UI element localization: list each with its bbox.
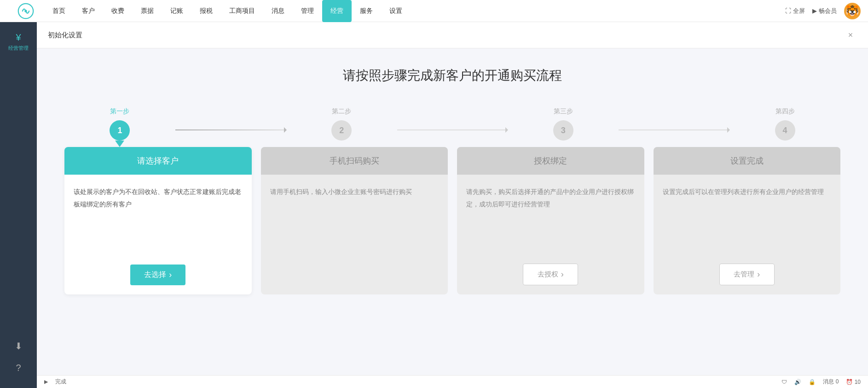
go-select-arrow: › xyxy=(169,270,172,280)
status-play-icon: ▶ xyxy=(44,379,48,385)
avatar[interactable]: 🐯 xyxy=(844,3,861,19)
sidebar-item-management[interactable]: ¥ 经营管理 xyxy=(0,27,37,57)
status-label: 完成 xyxy=(55,378,66,386)
card-1-header: 请选择客户 xyxy=(64,147,252,175)
card-1-footer: 去选择 › xyxy=(64,255,252,294)
wizard-title: 请按照步骤完成新客户的开通购买流程 xyxy=(343,67,562,84)
step-1-label: 第一步 xyxy=(110,107,129,116)
main-content: 初始化设置 × 请按照步骤完成新客户的开通购买流程 第一步 1 xyxy=(37,22,868,388)
step-3-header: 第三步 3 xyxy=(508,107,619,141)
step-card-4: 设置完成 设置完成后可以在管理列表进行所有企业用户的经营管理 去管理 › xyxy=(654,147,841,294)
management-icon: ¥ xyxy=(16,32,21,43)
app-layout: ¥ 经营管理 ⬇ ? 初始化设置 × 请按照步骤完成新客户的开通购买流程 xyxy=(0,22,868,388)
card-3-body: 请先购买，购买后选择开通的产品中的企业用户进行授权绑定，成功后即可进行经营管理 xyxy=(457,175,644,254)
go-select-button[interactable]: 去选择 › xyxy=(130,265,185,285)
nav-item-工商项目[interactable]: 工商项目 xyxy=(221,0,263,22)
nav-item-客户[interactable]: 客户 xyxy=(74,0,103,22)
nav-item-管理[interactable]: 管理 xyxy=(293,0,322,22)
nav-item-报税[interactable]: 报税 xyxy=(191,0,221,22)
card-4-header: 设置完成 xyxy=(654,147,841,175)
nav-item-消息[interactable]: 消息 xyxy=(263,0,293,22)
step-4-header: 第四步 4 xyxy=(729,107,840,141)
step-2-header: 第二步 2 xyxy=(286,107,397,141)
sidebar: ¥ 经营管理 ⬇ ? xyxy=(0,22,37,388)
close-button[interactable]: × xyxy=(844,29,857,41)
sidebar-bottom: ⬇ ? xyxy=(0,335,37,379)
go-manage-label: 去管理 xyxy=(734,270,754,279)
connector-2-3 xyxy=(397,129,508,130)
help-icon: ? xyxy=(16,363,21,373)
svg-point-1 xyxy=(24,10,27,12)
fullscreen-icon: ⛶ xyxy=(785,7,791,14)
step-2-label: 第二步 xyxy=(332,107,351,116)
card-3-footer: 去授权 › xyxy=(457,254,644,294)
go-authorize-arrow: › xyxy=(561,270,564,279)
nav-item-票据[interactable]: 票据 xyxy=(133,0,162,22)
card-1-body: 该处展示的客户为不在回收站、客户状态正常建账后完成老板端绑定的所有客户 xyxy=(64,175,252,255)
page-header: 初始化设置 × xyxy=(37,22,868,48)
page-title: 初始化设置 xyxy=(48,31,82,40)
member-label: 畅会员 xyxy=(819,7,837,15)
nav-item-记账[interactable]: 记账 xyxy=(162,0,191,22)
time-display: ⏰ 10 xyxy=(846,379,861,385)
card-4-body: 设置完成后可以在管理列表进行所有企业用户的经营管理 xyxy=(654,175,841,254)
card-2-header: 手机扫码购买 xyxy=(261,147,448,175)
step-3-circle: 3 xyxy=(553,120,573,141)
card-2-footer xyxy=(261,276,448,294)
download-icon: ⬇ xyxy=(15,341,23,352)
fullscreen-btn[interactable]: ⛶ 全屏 xyxy=(785,7,805,15)
status-bar-right: 🛡 🔊 🔒 消息 0 ⏰ 10 xyxy=(781,378,861,386)
wizard-steps-wrapper: 第一步 1 第二步 2 xyxy=(64,107,840,294)
connector-1-2 xyxy=(175,129,286,130)
step-card-1: 请选择客户 该处展示的客户为不在回收站、客户状态正常建账后完成老板端绑定的所有客… xyxy=(64,147,252,294)
step-1-header: 第一步 1 xyxy=(64,107,175,141)
nav-items: 首页客户收费票据记账报税工商项目消息管理经营服务设置 xyxy=(44,0,785,22)
shield-icon: 🛡 xyxy=(781,379,787,385)
lock-icon: 🔒 xyxy=(809,379,816,385)
cards-row: 请选择客户 该处展示的客户为不在回收站、客户状态正常建账后完成老板端绑定的所有客… xyxy=(64,147,840,294)
sidebar-item-label: 经营管理 xyxy=(8,45,29,51)
play-icon: ▶ xyxy=(812,7,817,14)
pointer-step1 xyxy=(64,141,175,147)
step-1-circle: 1 xyxy=(110,120,130,141)
logo xyxy=(7,3,44,19)
nav-item-设置[interactable]: 设置 xyxy=(381,0,411,22)
go-authorize-label: 去授权 xyxy=(538,270,558,279)
card-4-footer: 去管理 › xyxy=(654,254,841,294)
sound-icon: 🔊 xyxy=(794,379,801,385)
step-2-circle: 2 xyxy=(331,120,352,141)
nav-item-收费[interactable]: 收费 xyxy=(103,0,133,22)
wizard-area: 请按照步骤完成新客户的开通购买流程 第一步 1 第二 xyxy=(37,48,868,375)
card-3-header: 授权绑定 xyxy=(457,147,644,175)
sidebar-download[interactable]: ⬇ xyxy=(0,335,37,357)
nav-item-首页[interactable]: 首页 xyxy=(44,0,74,22)
go-manage-arrow: › xyxy=(757,270,760,279)
pointer-row xyxy=(64,141,840,147)
sidebar-help[interactable]: ? xyxy=(0,357,37,379)
top-nav: 首页客户收费票据记账报税工商项目消息管理经营服务设置 ⛶ 全屏 ▶ 畅会员 🐯 xyxy=(0,0,868,22)
nav-right: ⛶ 全屏 ▶ 畅会员 🐯 xyxy=(785,3,861,19)
nav-item-服务[interactable]: 服务 xyxy=(352,0,381,22)
connector-3-4 xyxy=(619,129,729,130)
go-select-label: 去选择 xyxy=(144,270,166,280)
steps-header-row: 第一步 1 第二步 2 xyxy=(64,107,840,141)
status-bar: ▶ 完成 🛡 🔊 🔒 消息 0 ⏰ 10 xyxy=(37,375,868,388)
card-2-body: 请用手机扫码，输入小微企业主账号密码进行购买 xyxy=(261,175,448,276)
fullscreen-label: 全屏 xyxy=(793,7,805,15)
step1-pointer xyxy=(115,141,124,147)
step-4-label: 第四步 xyxy=(775,107,795,116)
step-card-2: 手机扫码购买 请用手机扫码，输入小微企业主账号密码进行购买 xyxy=(261,147,448,294)
nav-item-经营[interactable]: 经营 xyxy=(322,0,352,22)
step-3-label: 第三步 xyxy=(554,107,573,116)
go-authorize-button[interactable]: 去授权 › xyxy=(523,264,578,285)
step-card-3: 授权绑定 请先购买，购买后选择开通的产品中的企业用户进行授权绑定，成功后即可进行… xyxy=(457,147,644,294)
member-btn[interactable]: ▶ 畅会员 xyxy=(812,7,837,15)
message-count: 消息 0 xyxy=(823,378,839,386)
step-4-circle: 4 xyxy=(775,120,795,141)
go-manage-button[interactable]: 去管理 › xyxy=(719,264,775,285)
